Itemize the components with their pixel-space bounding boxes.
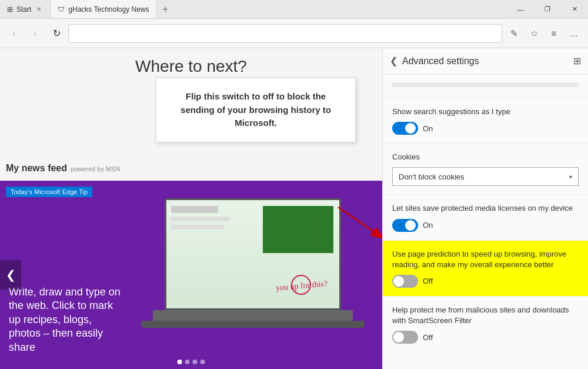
- laptop-bottom: [141, 321, 365, 328]
- minimize-icon: —: [517, 6, 524, 13]
- chevron-left-icon: ❮: [6, 268, 16, 282]
- setting-item-search-suggestions: Show search suggestions as I type On: [383, 98, 588, 144]
- tooltip-text: Flip this switch to off to block the sen…: [171, 90, 340, 130]
- smartscreen-toggle[interactable]: [392, 331, 418, 344]
- tab-start-close[interactable]: ✕: [35, 5, 43, 13]
- plus-icon: +: [163, 4, 168, 15]
- tab-ghacks[interactable]: 🛡 gHacks Technology News: [51, 0, 156, 18]
- toggle-knob: [405, 220, 416, 231]
- ghacks-icon: 🛡: [58, 5, 65, 14]
- carousel: Today's Microsoft Edge Tip ❮ you up for …: [0, 181, 382, 369]
- more-icon: …: [570, 28, 579, 38]
- forward-icon: ›: [34, 28, 36, 39]
- navbar: ‹ › ↻ ✎ ☆ ≡ …: [0, 19, 588, 48]
- smartscreen-toggle-label: Off: [423, 333, 433, 342]
- setting-item-cookies: Cookies Don't block cookies ▾: [383, 144, 588, 195]
- close-icon: ✕: [572, 5, 577, 13]
- search-suggestions-toggle[interactable]: [392, 122, 418, 135]
- settings-pin-button[interactable]: ⊞: [573, 55, 581, 67]
- main-area: Where to next? Flip this switch to off t…: [0, 48, 588, 369]
- setting-item-partial: [383, 74, 588, 98]
- cookies-dropdown[interactable]: Don't block cookies ▾: [392, 167, 579, 186]
- dot-2[interactable]: [185, 360, 190, 364]
- dot-3[interactable]: [193, 360, 198, 364]
- news-feed-powered: powered by MSN: [71, 165, 120, 172]
- media-licenses-toggle-row: On: [392, 219, 579, 232]
- setting-item-page-prediction: Use page prediction to speed up browsing…: [383, 241, 588, 297]
- refresh-button[interactable]: ↻: [47, 24, 66, 43]
- dot-1[interactable]: [178, 360, 182, 364]
- smartscreen-label: Help protect me from malicious sites and…: [392, 305, 579, 326]
- toggle-knob: [405, 123, 416, 134]
- settings-panel: ❮ Advanced settings ⊞ Show search sugges…: [382, 48, 588, 369]
- search-suggestions-toggle-row: On: [392, 122, 579, 135]
- page-prediction-toggle[interactable]: [392, 275, 418, 288]
- titlebar: ⊞ Start ✕ 🛡 gHacks Technology News + — ❐…: [0, 0, 588, 19]
- laptop-screen-inner: you up for this?: [166, 200, 339, 308]
- cookies-dropdown-value: Don't block cookies: [399, 172, 465, 181]
- carousel-dots: [178, 360, 205, 364]
- edit-icon: ✎: [510, 28, 518, 39]
- circle-annotation: [289, 273, 313, 297]
- page-prediction-toggle-label: Off: [423, 277, 433, 285]
- refresh-icon: ↻: [53, 28, 61, 39]
- restore-icon: ❐: [544, 5, 550, 13]
- media-licenses-label: Let sites save protected media licenses …: [392, 203, 579, 214]
- news-feed-header: My news feed powered by MSN: [6, 163, 120, 174]
- cookies-label: Cookies: [392, 152, 579, 162]
- tab-ghacks-label: gHacks Technology News: [68, 5, 149, 14]
- address-bar[interactable]: [68, 24, 502, 43]
- carousel-prev-button[interactable]: ❮: [0, 260, 21, 290]
- edit-button[interactable]: ✎: [505, 24, 523, 43]
- smartscreen-toggle-row: Off: [392, 331, 579, 344]
- tooltip-box: Flip this switch to off to block the sen…: [156, 78, 356, 142]
- start-icon: ⊞: [7, 5, 13, 14]
- close-button[interactable]: ✕: [561, 0, 588, 18]
- restore-button[interactable]: ❐: [534, 0, 561, 18]
- svg-point-2: [292, 275, 310, 294]
- settings-title: Advanced settings: [402, 56, 569, 67]
- forward-button[interactable]: ›: [26, 24, 45, 43]
- carousel-label: Today's Microsoft Edge Tip: [6, 187, 92, 197]
- hub-icon: ≡: [552, 28, 557, 38]
- browser-content: Where to next? Flip this switch to off t…: [0, 48, 382, 369]
- settings-body: Show search suggestions as I type On Coo…: [383, 74, 588, 369]
- back-button[interactable]: ‹: [5, 24, 24, 43]
- news-feed-title: My news feed: [6, 163, 67, 174]
- media-licenses-toggle[interactable]: [392, 219, 418, 232]
- window-controls: — ❐ ✕: [507, 0, 588, 18]
- settings-header: ❮ Advanced settings ⊞: [383, 48, 588, 74]
- toggle-knob: [393, 332, 404, 343]
- setting-item-smartscreen: Help protect me from malicious sites and…: [383, 297, 588, 353]
- setting-item-media-licenses: Let sites save protected media licenses …: [383, 195, 588, 240]
- new-tab-button[interactable]: +: [157, 0, 174, 18]
- favorites-icon: ☆: [530, 28, 538, 39]
- carousel-caption: Write, draw and type on the web. Click t…: [9, 285, 126, 354]
- more-button[interactable]: …: [564, 24, 583, 43]
- tab-start[interactable]: ⊞ Start ✕: [0, 0, 51, 18]
- svg-line-1: [338, 207, 382, 240]
- search-suggestions-label: Show search suggestions as I type: [392, 107, 579, 117]
- laptop-base: [153, 310, 353, 322]
- media-licenses-toggle-label: On: [423, 221, 433, 230]
- page-prediction-toggle-row: Off: [392, 275, 579, 288]
- back-icon: ‹: [12, 28, 15, 39]
- search-suggestions-toggle-label: On: [423, 124, 433, 133]
- page-prediction-label: Use page prediction to speed up browsing…: [392, 249, 579, 270]
- toggle-knob: [393, 276, 404, 287]
- tab-area: ⊞ Start ✕ 🛡 gHacks Technology News +: [0, 0, 507, 18]
- nav-actions: ✎ ☆ ≡ …: [505, 24, 583, 43]
- laptop-screen: you up for this?: [165, 198, 341, 310]
- laptop-screen-content: [263, 206, 333, 253]
- dot-4[interactable]: [201, 360, 205, 364]
- chevron-down-icon: ▾: [569, 174, 572, 180]
- red-arrow: [335, 201, 382, 248]
- settings-back-button[interactable]: ❮: [390, 55, 397, 67]
- minimize-button[interactable]: —: [507, 0, 534, 18]
- favorites-button[interactable]: ☆: [524, 24, 543, 43]
- tab-start-label: Start: [16, 5, 31, 14]
- hub-button[interactable]: ≡: [544, 24, 563, 43]
